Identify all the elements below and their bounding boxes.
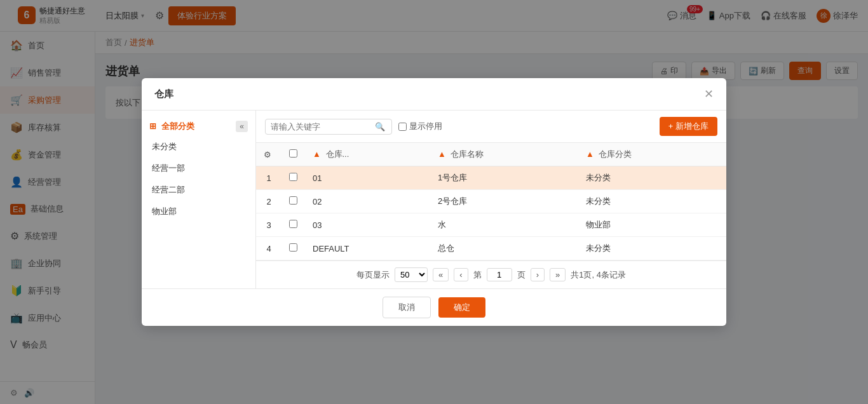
- search-box: 🔍: [265, 119, 392, 135]
- page-size-select[interactable]: 50 10 20 100: [395, 267, 428, 282]
- warehouse-table: ⚙ ▲ 仓库... ▲: [256, 143, 726, 260]
- modal-overlay[interactable]: 仓库 ✕ ⊞ 全部分类 « 未分类 经营一部 经营二部 物业部: [0, 0, 868, 404]
- row-code: 02: [305, 190, 430, 213]
- sort-icon-cat: ▲: [586, 149, 594, 159]
- modal-body: ⊞ 全部分类 « 未分类 经营一部 经营二部 物业部 🔍: [142, 111, 726, 288]
- modal-header: 仓库 ✕: [142, 78, 726, 111]
- collapse-button[interactable]: «: [236, 121, 248, 132]
- table-row[interactable]: 1 01 1号仓库 未分类: [256, 166, 726, 190]
- pagination-bar: 每页显示 50 10 20 100 « ‹ 第 页 › » 共1页, 4条记录: [256, 260, 726, 288]
- first-page-button[interactable]: «: [433, 268, 449, 281]
- row-name: 水: [430, 213, 578, 237]
- row-name: 2号仓库: [430, 190, 578, 213]
- prev-page-button[interactable]: ‹: [454, 268, 468, 281]
- show-disabled-checkbox[interactable]: [398, 123, 407, 131]
- show-disabled-label: 显示停用: [409, 121, 442, 132]
- sort-icon: ▲: [313, 149, 321, 159]
- row-code: 01: [305, 166, 430, 190]
- search-input[interactable]: [271, 122, 372, 131]
- table-row[interactable]: 4 DEFAULT 总仓 未分类: [256, 237, 726, 260]
- row-category: 未分类: [578, 237, 726, 260]
- cancel-button[interactable]: 取消: [383, 297, 431, 318]
- warehouse-modal: 仓库 ✕ ⊞ 全部分类 « 未分类 经营一部 经营二部 物业部: [142, 78, 726, 326]
- row-num: 4: [256, 237, 281, 260]
- select-all-checkbox[interactable]: [289, 149, 297, 158]
- search-icon[interactable]: 🔍: [375, 122, 385, 131]
- modal-title: 仓库: [154, 88, 173, 100]
- sort-icon-name: ▲: [438, 149, 446, 159]
- row-num: 3: [256, 213, 281, 237]
- total-info: 共1页, 4条记录: [571, 269, 626, 281]
- col-checkbox: [281, 143, 305, 166]
- row-num: 1: [256, 166, 281, 190]
- category-item-unclassified[interactable]: 未分类: [142, 136, 255, 158]
- row-checkbox[interactable]: [289, 173, 297, 181]
- row-code: 03: [305, 213, 430, 237]
- row-category: 物业部: [578, 213, 726, 237]
- col-name: ▲ 仓库名称: [430, 143, 578, 166]
- category-item-ops2[interactable]: 经营二部: [142, 179, 255, 201]
- table-container: ⚙ ▲ 仓库... ▲: [256, 143, 726, 260]
- col-code: ▲ 仓库...: [305, 143, 430, 166]
- confirm-button[interactable]: 确定: [438, 297, 485, 318]
- row-category: 未分类: [578, 190, 726, 213]
- category-item-property[interactable]: 物业部: [142, 201, 255, 222]
- row-checkbox-cell: [281, 190, 305, 213]
- row-code: DEFAULT: [305, 237, 430, 260]
- row-name: 总仓: [430, 237, 578, 260]
- row-checkbox-cell: [281, 213, 305, 237]
- new-warehouse-button[interactable]: + 新增仓库: [660, 117, 717, 136]
- col-category: ▲ 仓库分类: [578, 143, 726, 166]
- content-toolbar: 🔍 显示停用 + 新增仓库: [256, 111, 726, 143]
- content-panel: 🔍 显示停用 + 新增仓库 ⚙: [256, 111, 726, 288]
- row-checkbox[interactable]: [289, 196, 297, 205]
- table-header: ⚙ ▲ 仓库... ▲: [256, 143, 726, 166]
- next-page-button[interactable]: ›: [531, 268, 545, 281]
- last-page-button[interactable]: »: [550, 268, 566, 281]
- row-num: 2: [256, 190, 281, 213]
- modal-footer: 取消 确定: [142, 288, 726, 326]
- category-item-ops1[interactable]: 经营一部: [142, 158, 255, 179]
- grid-icon: ⊞: [149, 121, 156, 131]
- row-checkbox[interactable]: [289, 220, 297, 228]
- col-settings: ⚙: [256, 143, 281, 166]
- row-category: 未分类: [578, 166, 726, 190]
- modal-close-button[interactable]: ✕: [704, 87, 714, 101]
- table-row[interactable]: 2 02 2号仓库 未分类: [256, 190, 726, 213]
- show-disabled-checkbox-group: 显示停用: [398, 121, 442, 132]
- row-checkbox-cell: [281, 237, 305, 260]
- table-body: 1 01 1号仓库 未分类 2: [256, 166, 726, 260]
- row-checkbox-cell: [281, 166, 305, 190]
- category-panel: ⊞ 全部分类 « 未分类 经营一部 经营二部 物业部: [142, 111, 256, 288]
- settings-col-icon: ⚙: [264, 150, 271, 159]
- row-checkbox[interactable]: [289, 243, 297, 252]
- table-row[interactable]: 3 03 水 物业部: [256, 213, 726, 237]
- row-name: 1号仓库: [430, 166, 578, 190]
- page-number-input[interactable]: [487, 268, 512, 281]
- all-categories-item[interactable]: ⊞ 全部分类 «: [142, 117, 255, 136]
